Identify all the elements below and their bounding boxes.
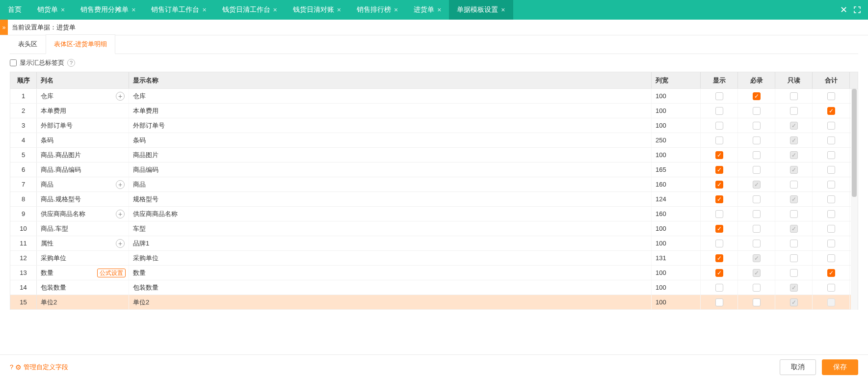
checkbox-show[interactable] bbox=[715, 225, 723, 233]
cell-width[interactable]: 100 bbox=[652, 236, 701, 250]
checkbox-show[interactable] bbox=[715, 284, 723, 292]
plus-icon[interactable]: + bbox=[116, 92, 125, 101]
checkbox-total[interactable] bbox=[827, 122, 835, 130]
checkbox-show[interactable] bbox=[715, 298, 723, 306]
top-tab-3[interactable]: 销售订单工作台× bbox=[143, 0, 214, 20]
cell-width[interactable]: 250 bbox=[652, 133, 701, 147]
close-icon[interactable]: × bbox=[273, 6, 277, 14]
checkbox-total[interactable] bbox=[827, 181, 835, 189]
top-tab-5[interactable]: 钱货日清对账× bbox=[285, 0, 349, 20]
table-row[interactable]: 5商品.商品图片商品图片100 bbox=[10, 148, 858, 162]
table-row[interactable]: 1仓库+仓库100 bbox=[10, 89, 858, 104]
table-row[interactable]: 8商品.规格型号规格型号124 bbox=[10, 192, 858, 207]
checkbox-readonly[interactable] bbox=[790, 240, 798, 247]
close-icon[interactable]: × bbox=[61, 6, 65, 14]
table-row[interactable]: 6商品.商品编码商品编码165 bbox=[10, 162, 858, 177]
cell-display[interactable]: 商品 bbox=[129, 177, 652, 191]
top-tab-1[interactable]: 销货单× bbox=[29, 0, 73, 20]
checkbox-show[interactable] bbox=[715, 166, 723, 174]
table-row[interactable]: 7商品+商品160 bbox=[10, 177, 858, 192]
checkbox-show[interactable] bbox=[715, 122, 723, 130]
cell-width[interactable]: 100 bbox=[652, 221, 701, 236]
cell-width[interactable]: 100 bbox=[652, 89, 701, 103]
checkbox-show[interactable] bbox=[715, 181, 723, 189]
table-row[interactable]: 11属性+品牌1100 bbox=[10, 236, 858, 251]
checkbox-required[interactable] bbox=[753, 107, 761, 115]
checkbox-show[interactable] bbox=[715, 136, 723, 144]
checkbox-total[interactable] bbox=[827, 269, 835, 277]
cell-width[interactable]: 100 bbox=[652, 266, 701, 280]
help-icon[interactable]: ? bbox=[67, 59, 75, 67]
checkbox-required[interactable] bbox=[753, 225, 761, 233]
cell-width[interactable]: 124 bbox=[652, 192, 701, 206]
cell-display[interactable]: 本单费用 bbox=[129, 104, 652, 118]
checkbox-readonly[interactable] bbox=[790, 92, 798, 100]
cell-display[interactable]: 单位2 bbox=[129, 295, 652, 309]
checkbox-show[interactable] bbox=[715, 107, 723, 115]
top-tab-6[interactable]: 销售排行榜× bbox=[349, 0, 406, 20]
sub-tab-0[interactable]: 表头区 bbox=[10, 34, 46, 54]
table-row[interactable]: 14包装数量包装数量100 bbox=[10, 280, 858, 295]
cell-width[interactable]: 100 bbox=[652, 118, 701, 133]
checkbox-readonly[interactable] bbox=[790, 254, 798, 262]
checkbox-required[interactable] bbox=[753, 151, 761, 159]
checkbox-required[interactable] bbox=[753, 122, 761, 130]
checkbox-readonly[interactable] bbox=[790, 269, 798, 277]
close-icon[interactable]: × bbox=[501, 6, 505, 14]
cell-display[interactable]: 数量 bbox=[129, 266, 652, 280]
cell-width[interactable]: 100 bbox=[652, 148, 701, 162]
table-row[interactable]: 13数量公式设置数量100 bbox=[10, 266, 858, 280]
top-tab-0[interactable]: 首页 bbox=[0, 0, 29, 20]
table-scrollbar[interactable] bbox=[851, 89, 858, 310]
table-row[interactable]: 10商品.车型车型100 bbox=[10, 221, 858, 236]
cell-display[interactable]: 规格型号 bbox=[129, 192, 652, 206]
table-row[interactable]: 12采购单位采购单位131 bbox=[10, 251, 858, 266]
checkbox-total[interactable] bbox=[827, 225, 835, 233]
checkbox-required[interactable] bbox=[753, 284, 761, 292]
cell-display[interactable]: 仓库 bbox=[129, 89, 652, 103]
sub-tab-1[interactable]: 表体区-进货单明细 bbox=[46, 34, 115, 54]
cell-display[interactable]: 品牌1 bbox=[129, 236, 652, 250]
checkbox-total[interactable] bbox=[827, 166, 835, 174]
table-row[interactable]: 2本单费用本单费用100 bbox=[10, 104, 858, 118]
checkbox-readonly[interactable] bbox=[790, 210, 798, 218]
top-tab-8[interactable]: 单据模板设置× bbox=[449, 0, 513, 20]
checkbox-readonly[interactable] bbox=[790, 107, 798, 115]
checkbox-required[interactable] bbox=[753, 136, 761, 144]
formula-tag[interactable]: 公式设置 bbox=[97, 269, 126, 277]
plus-icon[interactable]: + bbox=[116, 180, 125, 189]
cell-display[interactable]: 供应商商品名称 bbox=[129, 207, 652, 221]
close-icon[interactable]: × bbox=[394, 6, 398, 14]
plus-icon[interactable]: + bbox=[116, 210, 125, 218]
checkbox-required[interactable] bbox=[753, 195, 761, 203]
checkbox-required[interactable] bbox=[753, 298, 761, 306]
checkbox-total[interactable] bbox=[827, 210, 835, 218]
cell-width[interactable]: 100 bbox=[652, 280, 701, 295]
fullscreen-icon[interactable] bbox=[850, 3, 864, 17]
checkbox-show[interactable] bbox=[715, 92, 723, 100]
checkbox-total[interactable] bbox=[827, 151, 835, 159]
checkbox-required[interactable] bbox=[753, 92, 761, 100]
table-row[interactable]: 4条码条码250 bbox=[10, 133, 858, 148]
plus-icon[interactable]: + bbox=[116, 239, 125, 248]
top-tab-7[interactable]: 进货单× bbox=[406, 0, 449, 20]
table-row[interactable]: 3外部订单号外部订单号100 bbox=[10, 118, 858, 133]
close-icon[interactable]: × bbox=[337, 6, 341, 14]
cell-width[interactable]: 100 bbox=[652, 104, 701, 118]
checkbox-show[interactable] bbox=[715, 240, 723, 247]
cell-display[interactable]: 商品图片 bbox=[129, 148, 652, 162]
cell-width[interactable]: 100 bbox=[652, 295, 701, 309]
top-tab-2[interactable]: 销售费用分摊单× bbox=[73, 0, 143, 20]
checkbox-show[interactable] bbox=[715, 210, 723, 218]
checkbox-show[interactable] bbox=[715, 269, 723, 277]
table-row[interactable]: 15单位2单位2100 bbox=[10, 295, 858, 310]
cell-width[interactable]: 160 bbox=[652, 177, 701, 191]
close-icon[interactable]: × bbox=[437, 6, 441, 14]
close-icon[interactable]: × bbox=[132, 6, 135, 14]
checkbox-total[interactable] bbox=[827, 240, 835, 247]
checkbox-total[interactable] bbox=[827, 284, 835, 292]
scrollbar-thumb[interactable] bbox=[852, 89, 857, 197]
checkbox-required[interactable] bbox=[753, 240, 761, 247]
checkbox-total[interactable] bbox=[827, 92, 835, 100]
cell-display[interactable]: 商品编码 bbox=[129, 162, 652, 177]
